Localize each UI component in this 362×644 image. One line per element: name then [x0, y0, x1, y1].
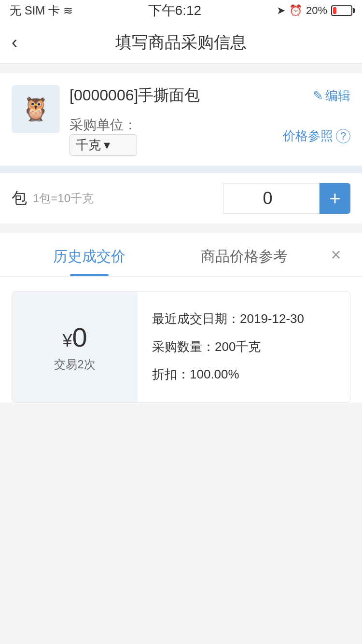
status-right: ➤ ⏰ 20%: [277, 4, 352, 17]
unit-label-group: 采购单位： 千克 ▾: [70, 116, 137, 156]
tab-history-price[interactable]: 历史成交价: [12, 233, 167, 276]
help-icon: ?: [336, 129, 350, 143]
chevron-down-icon: ▾: [104, 138, 110, 153]
page-title: 填写商品采购信息: [115, 31, 247, 54]
quantity-plus-button[interactable]: +: [320, 183, 350, 214]
quantity-right: +: [223, 183, 350, 214]
price-card: ¥0 交易2次 最近成交日期：2019-12-30 采购数量：200千克 折扣：…: [12, 291, 350, 403]
tab-product-price-ref[interactable]: 商品价格参考: [167, 233, 321, 276]
edit-icon: ✎: [313, 88, 323, 103]
price-detail-quantity: 采购数量：200千克: [152, 337, 335, 357]
back-button[interactable]: ‹: [12, 34, 17, 51]
product-header: [0000006]手撕面包 ✎ 编辑: [70, 85, 350, 106]
section-divider: [0, 166, 362, 173]
unit-label: 采购单位：: [70, 117, 137, 132]
product-section: 🦉 [0000006]手撕面包 ✎ 编辑 采购单位： 千克 ▾ 价格参照 ?: [0, 73, 362, 166]
price-amount: ¥0: [62, 322, 87, 353]
product-logo-icon: 🦉: [21, 96, 50, 123]
sim-signal: 无 SIM 卡 ≋: [10, 3, 73, 18]
nav-bar: ‹ 填写商品采购信息: [0, 21, 362, 64]
edit-button[interactable]: ✎ 编辑: [313, 87, 350, 104]
unit-select[interactable]: 千克 ▾: [70, 134, 137, 156]
tab-close-button[interactable]: ×: [321, 240, 350, 269]
quantity-unit-tag: 包: [12, 188, 27, 209]
quantity-section: 包 1包=10千克 +: [0, 173, 362, 224]
price-ref-button[interactable]: 价格参照 ?: [283, 127, 350, 144]
tabs-header: 历史成交价 商品价格参考 ×: [0, 233, 362, 277]
quantity-hint: 1包=10千克: [33, 191, 94, 206]
product-thumbnail: 🦉: [12, 85, 60, 133]
quantity-left: 包 1包=10千克: [12, 188, 94, 209]
price-currency: ¥: [62, 331, 72, 350]
status-left: 无 SIM 卡 ≋: [10, 3, 73, 18]
product-unit-row: 采购单位： 千克 ▾ 价格参照 ?: [70, 116, 350, 156]
quantity-input[interactable]: [223, 183, 320, 214]
price-detail-date: 最近成交日期：2019-12-30: [152, 309, 335, 329]
status-bar: 无 SIM 卡 ≋ 下午6:12 ➤ ⏰ 20%: [0, 0, 362, 21]
product-name: [0000006]手撕面包: [70, 85, 200, 106]
battery-percent: 20%: [306, 4, 327, 17]
location-icon: ➤: [277, 4, 285, 17]
price-transactions: 交易2次: [54, 357, 95, 372]
price-right-panel: 最近成交日期：2019-12-30 采购数量：200千克 折扣：100.00%: [138, 292, 350, 402]
tab-content: ¥0 交易2次 最近成交日期：2019-12-30 采购数量：200千克 折扣：…: [0, 291, 362, 403]
battery-icon: [331, 5, 352, 16]
product-info: [0000006]手撕面包 ✎ 编辑 采购单位： 千克 ▾ 价格参照 ?: [70, 85, 350, 156]
alarm-icon: ⏰: [289, 4, 302, 17]
tabs-section: 历史成交价 商品价格参考 × ¥0 交易2次 最近成交日期：2019-12-30…: [0, 233, 362, 403]
price-left-panel: ¥0 交易2次: [12, 292, 138, 402]
status-time: 下午6:12: [148, 1, 202, 20]
price-detail-discount: 折扣：100.00%: [152, 364, 335, 385]
